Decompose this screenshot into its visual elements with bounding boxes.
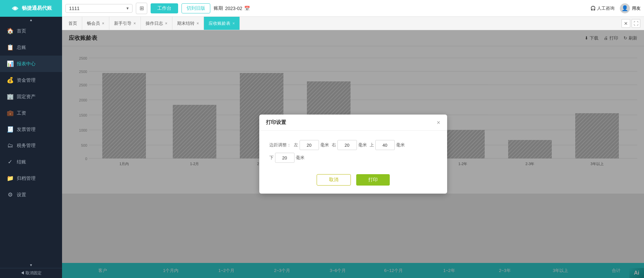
settings-icon: ⚙: [7, 191, 13, 198]
company-name: 1111: [69, 6, 124, 11]
margin-row: 边距调整： 左 毫米 右 毫米: [269, 140, 437, 163]
logo-area: 畅捷通易代账: [0, 0, 62, 17]
tab-label: 首页: [68, 20, 77, 26]
assets-icon: 🏢: [7, 93, 13, 100]
home-icon: 🏠: [7, 27, 13, 34]
sidebar-scroll-up[interactable]: ▲: [0, 17, 62, 23]
print-confirm-button[interactable]: 打印: [356, 174, 390, 186]
period-value: 2023-02: [225, 6, 242, 11]
period-label: 账期: [214, 5, 223, 11]
left-unit: 毫米: [320, 142, 329, 148]
consultation-label: 人工咨询: [597, 5, 614, 11]
top-label: 上: [370, 142, 374, 148]
left-label: 左: [294, 142, 298, 148]
collapse-label: ◀ 取消固定: [20, 270, 42, 276]
tab-close-icon[interactable]: ×: [133, 21, 136, 26]
tab-oplog[interactable]: 操作日志 ×: [141, 17, 172, 30]
headset-icon: 🎧: [590, 6, 596, 11]
ledger-icon: 📋: [7, 44, 13, 51]
sidebar-item-home[interactable]: 🏠 首页: [0, 23, 62, 39]
page-content: 应收账龄表 ⬇ 下载 🖨 打印 ↻ 刷新: [62, 30, 644, 278]
tab-label: 畅会员: [87, 20, 100, 26]
sidebar-item-label: 设置: [17, 192, 26, 198]
top-margin-group: 上 毫米: [370, 140, 405, 150]
consultation-button[interactable]: 🎧 人工咨询: [590, 5, 614, 11]
tab-close-icon[interactable]: ×: [102, 21, 104, 26]
logo-text: 畅捷通易代账: [22, 5, 52, 11]
calendar-icon[interactable]: 📅: [244, 6, 250, 11]
dialog-close-button[interactable]: ×: [437, 120, 440, 126]
chevron-down-icon: ▾: [126, 6, 129, 11]
bottom-margin-input[interactable]: [275, 153, 294, 163]
tab-label: 新手引导: [114, 20, 131, 26]
top-unit: 毫米: [396, 142, 405, 148]
sidebar-item-label: 资金管理: [17, 77, 36, 83]
tab-member[interactable]: 畅会员 ×: [82, 17, 109, 30]
top-header: 畅捷通易代账 1111 ▾ ⊞ 工作台 切到旧版 账期 2023-02 📅 🎧 …: [0, 0, 644, 17]
tab-guide[interactable]: 新手引导 ×: [109, 17, 141, 30]
maximize-window-button[interactable]: ⛶: [632, 19, 640, 28]
tax-icon: 🗂: [7, 142, 13, 149]
reports-icon: 📊: [7, 60, 13, 67]
tab-home[interactable]: 首页: [64, 17, 82, 30]
switch-version-button[interactable]: 切到旧版: [181, 3, 210, 13]
right-label: 右: [332, 142, 336, 148]
sidebar-item-ledger[interactable]: 📋 总账: [0, 39, 62, 56]
tab-label: 操作日志: [146, 20, 163, 26]
tabs-right: ✕ ⛶: [622, 19, 642, 28]
sidebar-item-salary[interactable]: 💼 工资: [0, 105, 62, 121]
user-area[interactable]: 👤 用友: [620, 3, 641, 13]
sidebar-item-reports[interactable]: 📊 报表中心: [0, 56, 62, 72]
tab-yearend[interactable]: 期末结转 ×: [172, 17, 204, 30]
svg-point-0: [14, 7, 16, 9]
funds-icon: 💰: [7, 77, 13, 84]
close-window-button[interactable]: ✕: [622, 19, 630, 28]
main-layout: ▲ 🏠 首页 📋 总账 📊 报表中心 💰 资金管理 🏢 固定资产 💼 工资 🧾 …: [0, 17, 644, 278]
dialog-header: 打印设置 ×: [259, 115, 447, 131]
sidebar-item-settings[interactable]: ⚙ 设置: [0, 187, 62, 203]
sidebar-item-invoice[interactable]: 🧾 发票管理: [0, 121, 62, 138]
dialog-body: 边距调整： 左 毫米 右 毫米: [259, 131, 447, 171]
tab-close-icon[interactable]: ×: [232, 21, 235, 26]
bottom-unit: 毫米: [296, 155, 305, 161]
archive-icon: 📁: [7, 175, 13, 182]
sidebar-item-label: 工资: [17, 110, 26, 116]
right-margin-input[interactable]: [337, 140, 357, 150]
sidebar-item-label: 结账: [17, 159, 26, 165]
sidebar-item-assets[interactable]: 🏢 固定资产: [0, 88, 62, 105]
sidebar-item-label: 固定资产: [17, 94, 36, 100]
sidebar-item-label: 税务管理: [17, 143, 36, 149]
cancel-button[interactable]: 取消: [317, 174, 351, 186]
sidebar-scroll-down[interactable]: ▼: [0, 262, 62, 268]
salary-icon: 💼: [7, 110, 13, 117]
content-area: 首页 畅会员 × 新手引导 × 操作日志 × 期末结转 × 应收账龄表 ×: [62, 17, 644, 278]
checkout-icon: ✓: [7, 158, 13, 165]
sidebar-item-label: 总账: [17, 45, 26, 51]
sidebar-item-label: 归档管理: [17, 176, 36, 182]
sidebar-item-label: 发票管理: [17, 127, 36, 133]
avatar: 👤: [620, 3, 630, 13]
left-margin-group: 左 毫米: [294, 140, 329, 150]
header-right: 🎧 人工咨询 👤 用友: [590, 3, 641, 13]
right-unit: 毫米: [358, 142, 367, 148]
invoice-icon: 🧾: [7, 126, 13, 133]
sidebar-item-funds[interactable]: 💰 资金管理: [0, 72, 62, 88]
tab-close-icon[interactable]: ×: [165, 21, 167, 26]
copy-icon[interactable]: ⊞: [136, 3, 147, 14]
sidebar-item-label: 报表中心: [17, 61, 36, 67]
sidebar-collapse-button[interactable]: ◀ 取消固定: [0, 268, 62, 278]
workbench-button[interactable]: 工作台: [151, 3, 178, 13]
sidebar-item-archive[interactable]: 📁 归档管理: [0, 170, 62, 187]
sidebar-item-tax[interactable]: 🗂 税务管理: [0, 138, 62, 154]
company-selector[interactable]: 1111 ▾: [65, 4, 132, 13]
logo-icon: [10, 4, 20, 13]
dialog-overlay: 打印设置 × 边距调整： 左 毫米 右: [62, 30, 644, 278]
top-margin-input[interactable]: [375, 140, 395, 150]
tab-aging[interactable]: 应收账龄表 ×: [204, 17, 240, 30]
dialog-title: 打印设置: [266, 119, 437, 126]
user-label: 用友: [632, 5, 641, 11]
right-margin-group: 右 毫米: [332, 140, 367, 150]
left-margin-input[interactable]: [300, 140, 319, 150]
tab-close-icon[interactable]: ×: [197, 21, 199, 26]
sidebar-item-checkout[interactable]: ✓ 结账: [0, 154, 62, 170]
